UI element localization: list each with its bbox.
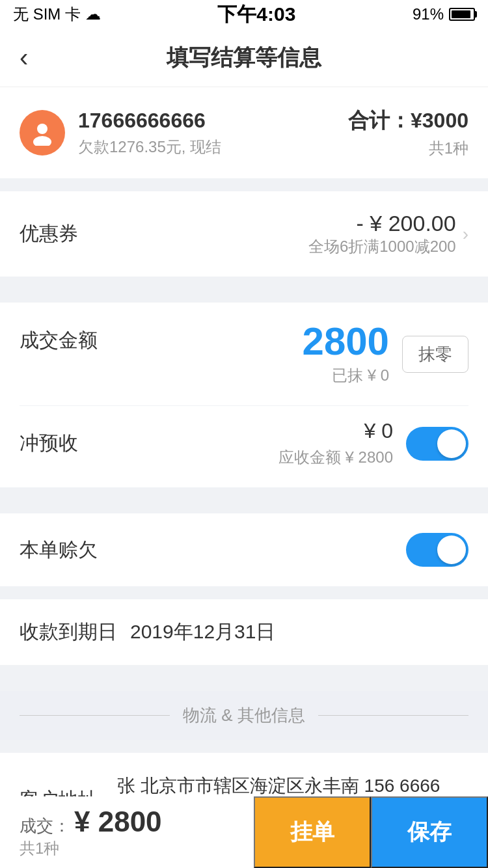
coupon-label: 优惠券 <box>20 221 78 247</box>
status-bar-left: 无 SIM 卡 ☁ <box>13 4 101 25</box>
battery-percent: 91% <box>413 5 444 23</box>
status-bar: 无 SIM 卡 ☁ 下午4:03 91% <box>0 0 488 29</box>
bottom-bar: 成交： ¥ 2800 共1种 挂单 保存 <box>0 796 488 868</box>
coupon-detail: 全场6折满1000减200 <box>308 236 456 257</box>
divider-line-left <box>20 715 170 716</box>
hang-button[interactable]: 挂单 <box>254 796 371 868</box>
customer-debt: 欠款1276.35元, 现结 <box>78 137 221 157</box>
debt-section: 本单赊欠 <box>0 513 488 586</box>
battery-fill <box>452 10 470 18</box>
debt-toggle-knob <box>437 536 466 564</box>
amount-sub: 已抹 ¥ 0 <box>303 365 389 386</box>
debt-toggle[interactable] <box>406 533 468 567</box>
due-date-value: 2019年12月31日 <box>130 619 275 645</box>
prereceive-toggle[interactable] <box>406 427 468 461</box>
svg-point-1 <box>33 136 51 146</box>
separator-3 <box>0 678 488 691</box>
total-count: 共1种 <box>348 138 468 159</box>
amount-row: 成交金额 2800 已抹 ¥ 0 抹零 <box>20 322 468 386</box>
debt-label: 本单赊欠 <box>20 537 98 563</box>
logistics-label: 物流 & 其他信息 <box>183 704 305 727</box>
divider-line-right <box>318 715 468 716</box>
chevron-right-icon: › <box>463 224 468 245</box>
separator-1 <box>0 290 488 303</box>
amount-label: 成交金额 <box>20 322 98 354</box>
logistics-divider: 物流 & 其他信息 <box>0 691 488 740</box>
svg-point-0 <box>37 124 47 134</box>
customer-total: 合计：¥3000 共1种 <box>348 107 468 159</box>
prereceive-amount-wrap: ¥ 0 应收金额 ¥ 2800 <box>278 419 393 468</box>
amount-right: 2800 已抹 ¥ 0 抹零 <box>303 322 468 386</box>
prereceive-amount: ¥ 0 <box>278 419 393 443</box>
due-date-section: 收款到期日 2019年12月31日 <box>0 599 488 665</box>
page-title: 填写结算等信息 <box>167 43 321 73</box>
battery-icon <box>449 8 475 21</box>
amount-section: 成交金额 2800 已抹 ¥ 0 抹零 冲预收 ¥ 0 应收金额 ¥ 2800 <box>0 303 488 487</box>
save-button[interactable]: 保存 <box>371 796 488 868</box>
customer-details: 17666666666 欠款1276.35元, 现结 <box>78 109 221 157</box>
content: 17666666666 欠款1276.35元, 现结 合计：¥3000 共1种 … <box>0 87 488 868</box>
signal-text: 无 SIM 卡 ☁ <box>13 4 101 25</box>
total-amount: 合计：¥3000 <box>348 107 468 135</box>
round-button[interactable]: 抹零 <box>402 336 468 373</box>
customer-info-card: 17666666666 欠款1276.35元, 现结 合计：¥3000 共1种 <box>0 87 488 178</box>
prereceive-label: 冲预收 <box>20 430 78 457</box>
coupon-right: - ¥ 200.00 全场6折满1000减200 › <box>308 211 468 257</box>
coupon-row[interactable]: 优惠券 - ¥ 200.00 全场6折满1000减200 › <box>0 191 488 277</box>
bottom-deal-amount: ¥ 2800 <box>74 806 162 838</box>
avatar <box>20 110 65 156</box>
amount-value: 2800 <box>303 322 389 361</box>
toggle-knob <box>437 429 466 458</box>
prereceive-row: 冲预收 ¥ 0 应收金额 ¥ 2800 <box>20 405 468 468</box>
due-date-label: 收款到期日 <box>20 619 117 645</box>
prereceive-sub: 应收金额 ¥ 2800 <box>278 447 393 468</box>
back-button[interactable]: ‹ <box>20 43 28 72</box>
separator-2 <box>0 500 488 513</box>
prereceive-right: ¥ 0 应收金额 ¥ 2800 <box>278 419 468 468</box>
coupon-discount: - ¥ 200.00 <box>308 211 456 236</box>
status-bar-time: 下午4:03 <box>217 1 295 28</box>
due-date-row: 收款到期日 2019年12月31日 <box>20 619 468 645</box>
status-bar-right: 91% <box>413 5 475 23</box>
nav-bar: ‹ 填写结算等信息 <box>0 29 488 87</box>
customer-left: 17666666666 欠款1276.35元, 现结 <box>20 109 221 157</box>
bottom-info: 成交： ¥ 2800 共1种 <box>0 806 254 859</box>
bottom-deal-label: 成交： <box>20 815 70 837</box>
customer-phone: 17666666666 <box>78 109 221 133</box>
bottom-count: 共1种 <box>20 838 234 859</box>
